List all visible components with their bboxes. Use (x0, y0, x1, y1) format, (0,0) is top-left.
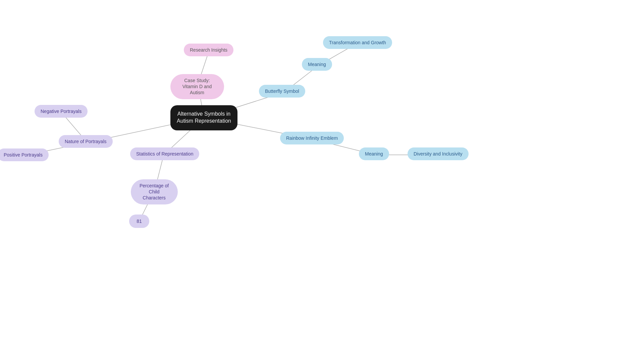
meaning-butterfly-node[interactable]: Meaning (302, 58, 332, 71)
transformation-and-growth-node[interactable]: Transformation and Growth (323, 36, 392, 49)
percentage-of-child-characters-label: Percentage of Child Characters (137, 183, 172, 201)
rainbow-infinity-emblem-node[interactable]: Rainbow Infinity Emblem (280, 132, 344, 144)
mindmap-container: Alternative Symbols in Autism Representa… (0, 0, 644, 363)
percentage-of-child-characters-node[interactable]: Percentage of Child Characters (131, 179, 178, 204)
nature-of-portrayals-label: Nature of Portrayals (65, 138, 107, 144)
butterfly-symbol-label: Butterfly Symbol (265, 88, 299, 94)
rainbow-infinity-emblem-label: Rainbow Infinity Emblem (286, 135, 338, 141)
meaning-butterfly-label: Meaning (308, 61, 326, 67)
butterfly-symbol-node[interactable]: Butterfly Symbol (259, 85, 305, 98)
statistics-of-representation-node[interactable]: Statistics of Representation (130, 147, 199, 160)
negative-portrayals-node[interactable]: Negative Portrayals (35, 105, 88, 118)
research-insights-node[interactable]: Research Insights (184, 44, 233, 56)
negative-portrayals-label: Negative Portrayals (41, 108, 82, 114)
transformation-and-growth-label: Transformation and Growth (329, 40, 386, 46)
research-insights-label: Research Insights (190, 47, 227, 53)
meaning-rainbow-label: Meaning (365, 151, 383, 157)
case-study-label: Case Study: Vitamin D and Autism (176, 77, 218, 96)
number-81-label: 81 (137, 218, 142, 224)
case-study-node[interactable]: Case Study: Vitamin D and Autism (170, 74, 224, 99)
connection-lines (0, 0, 644, 363)
diversity-and-inclusivity-label: Diversity and Inclusivity (414, 151, 463, 157)
diversity-and-inclusivity-node[interactable]: Diversity and Inclusivity (408, 147, 469, 160)
positive-portrayals-label: Positive Portrayals (4, 152, 43, 158)
number-81-node[interactable]: 81 (129, 215, 149, 228)
meaning-rainbow-node[interactable]: Meaning (359, 147, 389, 160)
nature-of-portrayals-node[interactable]: Nature of Portrayals (59, 135, 113, 148)
statistics-of-representation-label: Statistics of Representation (136, 151, 193, 157)
central-node[interactable]: Alternative Symbols in Autism Representa… (170, 105, 237, 130)
central-node-label: Alternative Symbols in Autism Representa… (176, 111, 231, 125)
positive-portrayals-node[interactable]: Positive Portrayals (0, 148, 49, 161)
